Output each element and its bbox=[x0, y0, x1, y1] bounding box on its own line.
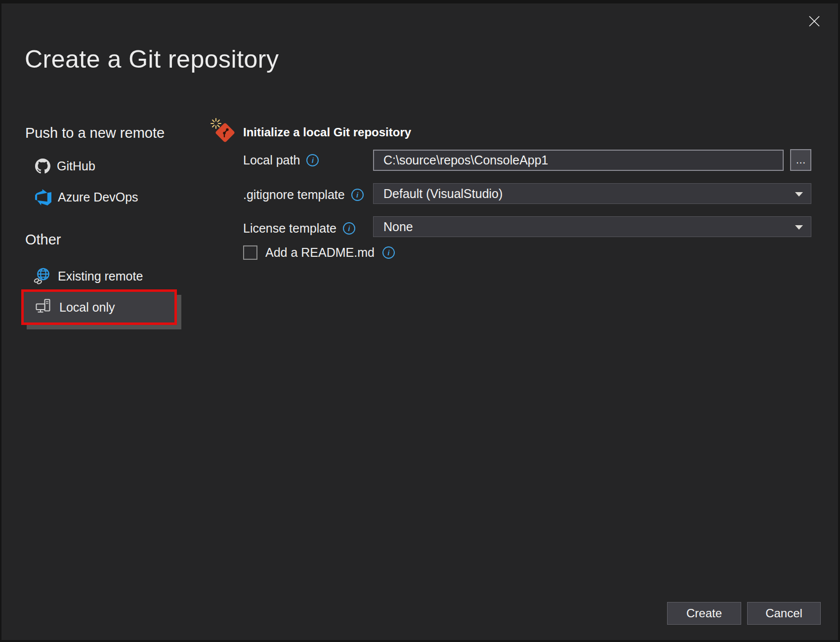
sidebar-item-azure-devops[interactable]: Azure DevOps bbox=[35, 189, 138, 205]
section-heading-other: Other bbox=[25, 232, 61, 248]
readme-row: Add a README.md i bbox=[243, 245, 395, 260]
section-heading-push-remote: Push to a new remote bbox=[25, 125, 165, 141]
page-title: Create a Git repository bbox=[25, 45, 279, 74]
gitignore-template-dropdown[interactable]: Default (VisualStudio) bbox=[373, 183, 811, 204]
git-new-repository-icon bbox=[211, 118, 237, 144]
git-branch-glyph bbox=[218, 125, 232, 140]
sidebar-item-label: Existing remote bbox=[58, 269, 143, 283]
create-button[interactable]: Create bbox=[667, 602, 741, 625]
create-git-repository-dialog: Create a Git repository Push to a new re… bbox=[1, 3, 838, 640]
gitignore-label-row: .gitignore template i bbox=[243, 188, 364, 202]
sidebar-item-local-only-selected[interactable]: Local only bbox=[21, 289, 177, 325]
local-only-icon bbox=[35, 297, 53, 317]
sidebar-item-existing-remote[interactable]: Existing remote bbox=[33, 267, 143, 285]
license-template-dropdown[interactable]: None bbox=[373, 216, 811, 237]
add-readme-checkbox[interactable] bbox=[243, 245, 257, 260]
azure-devops-icon bbox=[35, 189, 51, 205]
browse-button[interactable]: … bbox=[790, 149, 811, 171]
local-path-label: Local path bbox=[243, 153, 300, 167]
sidebar-item-github[interactable]: GitHub bbox=[35, 159, 95, 174]
local-path-input[interactable] bbox=[373, 150, 784, 171]
info-icon[interactable]: i bbox=[306, 154, 319, 166]
local-path-label-row: Local path i bbox=[243, 153, 319, 167]
form-heading: Initialize a local Git repository bbox=[243, 125, 411, 139]
gitignore-selected-value: Default (VisualStudio) bbox=[383, 187, 503, 201]
info-icon[interactable]: i bbox=[382, 246, 395, 259]
gitignore-label: .gitignore template bbox=[243, 188, 345, 202]
cancel-button[interactable]: Cancel bbox=[747, 602, 821, 625]
sidebar-item-label: Azure DevOps bbox=[58, 190, 138, 204]
chevron-down-icon bbox=[795, 225, 803, 230]
license-selected-value: None bbox=[383, 220, 413, 234]
license-label-row: License template i bbox=[243, 221, 355, 236]
existing-remote-icon bbox=[33, 267, 51, 285]
github-icon bbox=[35, 159, 50, 174]
sidebar-item-label: GitHub bbox=[57, 159, 95, 173]
add-readme-label: Add a README.md bbox=[265, 245, 375, 260]
chevron-down-icon bbox=[795, 192, 803, 197]
close-button[interactable] bbox=[802, 9, 826, 33]
info-icon[interactable]: i bbox=[343, 222, 355, 235]
close-icon bbox=[808, 15, 820, 27]
ellipsis-icon: … bbox=[796, 154, 806, 166]
info-icon[interactable]: i bbox=[351, 189, 364, 201]
license-label: License template bbox=[243, 221, 336, 236]
sidebar-item-label: Local only bbox=[59, 300, 115, 315]
